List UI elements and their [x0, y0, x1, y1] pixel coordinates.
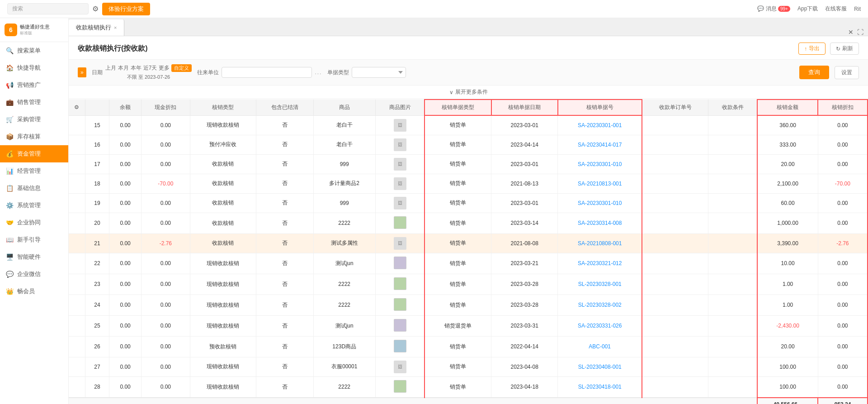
sidebar-item-wechat[interactable]: 💬企业微信: [0, 266, 68, 283]
bill-type-select[interactable]: [352, 67, 406, 78]
tab-close-collection[interactable]: ×: [114, 25, 117, 30]
bill-report-link[interactable]: SA-20230301-001: [578, 122, 622, 128]
sidebar-label-inventory: 库存核算: [17, 133, 41, 141]
online-service-link[interactable]: 在线客服: [825, 5, 847, 13]
filter-dots: ...: [315, 69, 322, 76]
date-this-year[interactable]: 本年: [131, 64, 142, 72]
trade-partner-label: 往来单位: [197, 69, 219, 76]
filter-expand-button[interactable]: »: [78, 67, 86, 77]
tab-collection[interactable]: 收款核销执行×: [69, 19, 124, 36]
maximize-button[interactable]: ⛶: [857, 29, 863, 36]
bill-report-link[interactable]: SL-20230328-002: [578, 302, 622, 308]
cell-receipt-order-no: [642, 336, 708, 357]
date-last-month[interactable]: 上月: [105, 64, 116, 72]
col-included-settled: 包含已结清: [256, 100, 313, 115]
sidebar-item-inventory[interactable]: 📦库存核算: [0, 128, 68, 145]
bill-report-link[interactable]: ABC-001: [589, 343, 611, 350]
cell-cash-discount: 0.00: [141, 115, 190, 135]
export-button[interactable]: ↑ 导出: [798, 43, 826, 55]
bill-report-link[interactable]: SL-20230418-001: [578, 384, 622, 390]
query-button[interactable]: 查询: [799, 66, 829, 79]
cell-goods-image: 🖼: [375, 154, 425, 174]
close-tab-button[interactable]: ✕: [848, 29, 854, 36]
sidebar-label-guide: 新手引导: [17, 236, 41, 244]
sidebar-item-purchase[interactable]: 🛒采购管理: [0, 111, 68, 128]
cell-writeoff-type: 预付冲应收: [190, 135, 256, 154]
bill-report-link[interactable]: SL-20230408-001: [578, 364, 622, 370]
cell-bill-report-no: SL-20230328-002: [558, 295, 642, 315]
col-settings[interactable]: ⚙: [69, 100, 85, 115]
trade-partner-input[interactable]: [222, 67, 312, 78]
cell-goods: 999: [313, 154, 375, 174]
bill-report-link[interactable]: SA-20230414-017: [578, 142, 622, 148]
bill-report-link[interactable]: SA-20230301-010: [578, 200, 622, 206]
bill-report-link[interactable]: SA-20230331-026: [578, 323, 622, 329]
search-input[interactable]: 搜索: [7, 3, 89, 14]
cell-settings: [69, 376, 85, 398]
sidebar-item-sales[interactable]: 💼销售管理: [0, 94, 68, 111]
trial-button[interactable]: 体验行业方案: [102, 3, 150, 15]
sidebar-item-basic[interactable]: 📋基础信息: [0, 180, 68, 197]
top-bar: 搜索 ⚙ 体验行业方案 💬 消息 99+ App下载 在线客服 Rit: [0, 0, 868, 18]
cell-settings: [69, 336, 85, 357]
date-custom-button[interactable]: 自定义: [171, 64, 192, 72]
sidebar-label-purchase: 采购管理: [17, 115, 41, 124]
bill-report-link[interactable]: SA-20210808-001: [578, 240, 622, 247]
sidebar-item-search[interactable]: 🔍搜索菜单: [0, 42, 68, 59]
bill-report-link[interactable]: SA-20230321-012: [578, 260, 622, 266]
date-7days[interactable]: 近7天: [143, 64, 157, 72]
cell-writeoff-amount: 2,100.00: [757, 174, 818, 193]
cell-writeoff-amount: 100.00: [757, 376, 818, 398]
date-more[interactable]: 更多: [159, 64, 170, 72]
main-table: ⚙ 余额 现金折扣 核销类型 包含已结清 商品 商品图片 核销单据类型 核销单据…: [69, 99, 868, 404]
sidebar-item-enterprise[interactable]: 🤝企业协同: [0, 214, 68, 231]
cell-seq: 27: [85, 357, 109, 376]
sidebar-item-system[interactable]: ⚙️系统管理: [0, 197, 68, 214]
cell-writeoff-amount: 100.00: [757, 357, 818, 376]
page-area: 收款核销执行(按收款) ↑ 导出 ↻ 刷新 » 日期: [69, 36, 868, 404]
refresh-button[interactable]: ↻ 刷新: [830, 43, 859, 55]
table-row: 19 0.00 0.00 收款核销 否 999 🖼 销货单 2023-03-01…: [69, 193, 868, 213]
sidebar-item-shortcut[interactable]: 🏠快捷导航: [0, 59, 68, 76]
sidebar-item-marketing[interactable]: 📢营销推广: [0, 76, 68, 94]
table-container: ⚙ 余额 现金折扣 核销类型 包含已结清 商品 商品图片 核销单据类型 核销单据…: [69, 99, 868, 404]
message-area[interactable]: 💬 消息 99+: [757, 5, 790, 13]
cell-receipt-condition: [708, 135, 758, 154]
cell-writeoff-type: 现销收款核销: [190, 274, 256, 295]
cell-seq: 15: [85, 115, 109, 135]
date-this-month[interactable]: 本月: [118, 64, 129, 72]
sidebar-icon-enterprise: 🤝: [5, 219, 14, 226]
settings-button[interactable]: 设置: [835, 66, 859, 79]
bill-report-link[interactable]: SA-20230314-008: [578, 220, 622, 226]
cell-bill-report-type: 销货单: [425, 295, 491, 315]
cell-included-settled: 否: [256, 253, 313, 274]
bill-report-link[interactable]: SA-20230301-010: [578, 161, 622, 167]
cell-balance: 0.00: [109, 154, 142, 174]
sidebar-item-member[interactable]: 👑畅会员: [0, 283, 68, 300]
bill-type-label: 单据类型: [327, 69, 349, 76]
logo-text-area: 畅捷通好生意 标准版: [20, 24, 50, 36]
app-download-link[interactable]: App下载: [797, 5, 818, 13]
gear-icon[interactable]: ⚙: [92, 5, 99, 13]
cell-writeoff-discount: 0.00: [818, 357, 868, 376]
chevron-down-icon: ∨: [449, 89, 453, 95]
cell-writeoff-discount: 0.00: [818, 193, 868, 213]
sidebar-item-finance[interactable]: 💰资金管理: [0, 145, 68, 162]
footer-empty: [69, 398, 757, 404]
cell-bill-report-date: 2023-03-01: [491, 115, 558, 135]
cell-writeoff-discount: 0.00: [818, 274, 868, 295]
sidebar-item-operation[interactable]: 📊经营管理: [0, 162, 68, 180]
sidebar-item-guide[interactable]: 📖新手引导: [0, 231, 68, 248]
cell-writeoff-amount: 1,000.00: [757, 213, 818, 233]
cell-goods: 2222: [313, 274, 375, 295]
cell-writeoff-discount: 0.00: [818, 376, 868, 398]
col-cash-discount: 现金折扣: [141, 100, 190, 115]
expand-more-button[interactable]: ∨ 展开更多条件: [449, 88, 488, 96]
bill-report-link[interactable]: SL-20230328-001: [578, 281, 622, 287]
sidebar-item-hardware[interactable]: 🖥️智能硬件: [0, 248, 68, 266]
user-name[interactable]: Rit: [854, 6, 861, 12]
cell-receipt-condition: [708, 233, 758, 253]
bill-report-link[interactable]: SA-20210813-001: [578, 181, 622, 187]
cell-receipt-condition: [708, 274, 758, 295]
cell-receipt-order-no: [642, 213, 708, 233]
